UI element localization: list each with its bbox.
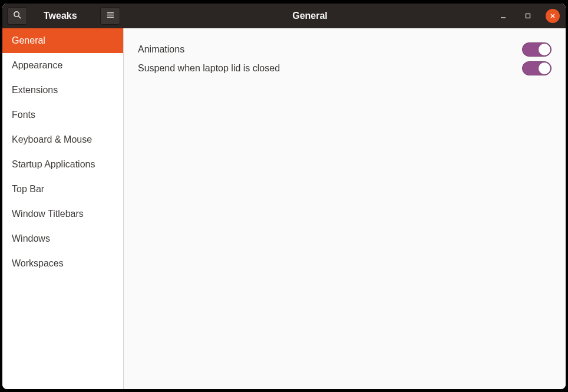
window-controls	[496, 9, 566, 23]
sidebar-item-general[interactable]: General	[2, 28, 123, 53]
sidebar-item-label: Appearance	[12, 60, 62, 70]
app-title: Tweaks	[44, 11, 77, 21]
hamburger-menu-button[interactable]	[100, 7, 120, 25]
sidebar-item-window-titlebars[interactable]: Window Titlebars	[2, 202, 123, 226]
sidebar-item-workspaces[interactable]: Workspaces	[2, 251, 123, 276]
minimize-button[interactable]	[496, 9, 510, 23]
toggle-knob	[539, 62, 550, 74]
svg-line-1	[18, 16, 21, 18]
sidebar-item-label: Workspaces	[12, 258, 64, 268]
sidebar: GeneralAppearanceExtensionsFontsKeyboard…	[2, 28, 124, 389]
sidebar-item-appearance[interactable]: Appearance	[2, 53, 123, 78]
titlebar: Tweaks General	[2, 4, 566, 28]
setting-row: Animations	[138, 40, 552, 59]
titlebar-left: Tweaks	[2, 4, 124, 28]
hamburger-icon	[106, 11, 115, 22]
svg-rect-6	[526, 14, 530, 18]
close-icon	[550, 13, 556, 19]
toggle-animations[interactable]	[522, 42, 552, 57]
setting-row: Suspend when laptop lid is closed	[138, 59, 552, 78]
sidebar-item-label: Fonts	[12, 110, 35, 120]
search-icon	[13, 11, 22, 22]
sidebar-item-label: Startup Applications	[12, 159, 95, 169]
search-button[interactable]	[7, 7, 27, 25]
setting-label: Animations	[138, 44, 184, 55]
maximize-icon	[525, 13, 531, 19]
toggle-suspend-when-laptop-lid-is-closed[interactable]	[522, 61, 552, 75]
svg-point-0	[14, 11, 18, 16]
sidebar-item-label: Extensions	[12, 85, 58, 95]
sidebar-item-label: Top Bar	[12, 184, 44, 194]
sidebar-item-startup-applications[interactable]: Startup Applications	[2, 152, 123, 177]
sidebar-item-label: Window Titlebars	[12, 209, 84, 219]
sidebar-item-windows[interactable]: Windows	[2, 226, 123, 251]
minimize-icon	[500, 13, 506, 19]
sidebar-item-extensions[interactable]: Extensions	[2, 78, 123, 103]
sidebar-item-label: General	[12, 35, 45, 45]
setting-label: Suspend when laptop lid is closed	[138, 63, 280, 74]
toggle-knob	[539, 44, 550, 55]
maximize-button[interactable]	[521, 9, 535, 23]
close-button[interactable]	[546, 9, 560, 23]
content-pane: AnimationsSuspend when laptop lid is clo…	[124, 28, 566, 389]
app-window: Tweaks General	[2, 4, 566, 389]
sidebar-item-label: Windows	[12, 233, 50, 243]
sidebar-item-label: Keyboard & Mouse	[12, 134, 92, 144]
sidebar-item-keyboard-mouse[interactable]: Keyboard & Mouse	[2, 127, 123, 152]
sidebar-item-top-bar[interactable]: Top Bar	[2, 177, 123, 202]
page-title: General	[124, 11, 496, 21]
body-area: GeneralAppearanceExtensionsFontsKeyboard…	[2, 28, 566, 389]
sidebar-item-fonts[interactable]: Fonts	[2, 103, 123, 127]
